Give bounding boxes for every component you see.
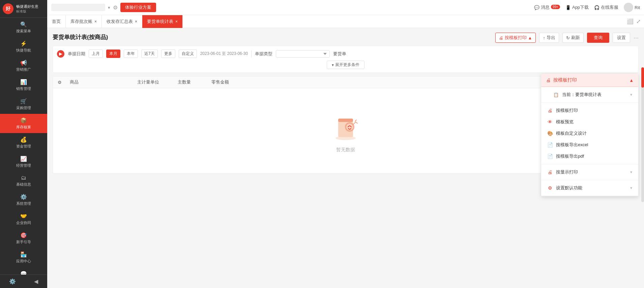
th-product: 商品 bbox=[66, 79, 134, 85]
wechat-icon: 💬 bbox=[20, 270, 27, 275]
order-type-select[interactable]: 要货单 bbox=[276, 50, 330, 58]
sidebar-footer: ⚙️ ◀ bbox=[0, 275, 47, 288]
dropdown-items-section: 🖨 按模板打印 👁 模板预览 🎨 模板自定义设计 📄 按模板导出excel 📄 bbox=[541, 103, 638, 164]
sidebar-item-sales[interactable]: 📊 销售管理 bbox=[0, 75, 47, 95]
guide-icon: 🎯 bbox=[20, 232, 27, 238]
date-more-btn[interactable]: 更多 bbox=[161, 50, 175, 58]
chevron-down-icon: ▾ bbox=[108, 5, 110, 10]
tab-maximize-icon[interactable]: ⬜ bbox=[627, 18, 634, 25]
sidebar-item-collab[interactable]: 🤝 企业协同 bbox=[0, 210, 47, 229]
quick-nav-icon: ⚡ bbox=[20, 40, 27, 47]
settings-footer-btn[interactable]: ⚙️ bbox=[9, 278, 16, 285]
collapse-footer-btn[interactable]: ◀ bbox=[34, 278, 38, 285]
sidebar-item-operation[interactable]: 📈 经营管理 bbox=[0, 152, 47, 171]
date-current-month-btn[interactable]: 本月 bbox=[106, 50, 120, 58]
table-settings-icon[interactable]: ⚙ bbox=[58, 80, 62, 85]
dropdown-template-print[interactable]: 🖨 按模板打印 bbox=[541, 105, 638, 116]
print-dropdown-menu: 🖨 按模板打印 ▲ 📋 当前：要货单统计表 ▾ 🖨 按模板打印 bbox=[541, 73, 639, 196]
current-chevron-icon: ▾ bbox=[630, 92, 632, 97]
topbar-right: 💬 消息 99+ 📱 App下载 🎧 在线客服 Rit bbox=[534, 3, 640, 12]
sidebar-item-marketing[interactable]: 📢 营销推广 bbox=[0, 56, 47, 75]
settings-button[interactable]: 设置 bbox=[613, 33, 630, 43]
refresh-button[interactable]: ↻ 刷新 bbox=[562, 33, 584, 43]
dropdown-template-design[interactable]: 🎨 模板自定义设计 bbox=[541, 128, 638, 139]
appstore-icon: 🏪 bbox=[20, 251, 27, 258]
sidebar-item-basic[interactable]: 🗂 基础信息 bbox=[0, 171, 47, 190]
print-icon: 🖨 bbox=[499, 35, 503, 40]
display-print-icon: 🖨 bbox=[547, 169, 553, 175]
tabs-right-controls: ⬜ ⤢ bbox=[623, 18, 644, 25]
tab-close-batch-ledger[interactable]: × bbox=[94, 19, 97, 24]
yaohuo-type-label: 要货单 bbox=[333, 51, 346, 57]
filter-expand-button[interactable]: ▶ bbox=[57, 50, 64, 58]
expand-more-button[interactable]: ▾ 展开更多条件 bbox=[327, 61, 364, 69]
dropdown-display-print[interactable]: 🖨 按显示打印 ▾ bbox=[541, 166, 638, 178]
messages-button[interactable]: 💬 消息 99+ bbox=[534, 4, 560, 10]
sales-icon: 📊 bbox=[20, 79, 27, 85]
tab-fullscreen-icon[interactable]: ⤢ bbox=[636, 18, 641, 25]
online-service-button[interactable]: 🎧 在线客服 bbox=[594, 4, 618, 10]
dropdown-current-item[interactable]: 📋 当前：要货单统计表 ▾ bbox=[541, 89, 638, 100]
print-template-button[interactable]: 🖨 按模板打印 ▲ bbox=[495, 33, 536, 43]
tab-home[interactable]: 首页 bbox=[47, 15, 66, 28]
dropdown-template-export-pdf[interactable]: 📄 按模板导出pdf bbox=[541, 151, 638, 162]
dropdown-title-area: 🖨 按模板打印 bbox=[546, 77, 577, 83]
sidebar-item-quick-nav[interactable]: ⚡ 快捷导航 bbox=[0, 37, 47, 56]
dropdown-current-section: 📋 当前：要货单统计表 ▾ bbox=[541, 87, 638, 103]
sidebar-item-system[interactable]: ⚙️ 系统管理 bbox=[0, 190, 47, 210]
collab-icon: 🤝 bbox=[20, 213, 27, 219]
system-icon: ⚙️ bbox=[20, 194, 27, 200]
dropdown-template-export-excel[interactable]: 📄 按模板导出excel bbox=[541, 139, 638, 151]
date-7days-btn[interactable]: 近7天 bbox=[141, 50, 158, 58]
trial-button[interactable]: 体验行业方案 bbox=[120, 3, 156, 12]
app-download-button[interactable]: 📱 App下载 bbox=[565, 4, 589, 10]
sidebar-item-wechat[interactable]: 💬 企业微信 bbox=[0, 267, 47, 275]
date-current-year-btn[interactable]: 本年 bbox=[124, 50, 138, 58]
expand-chevron-icon: ▾ bbox=[332, 63, 334, 67]
sidebar-item-finance[interactable]: 💰 资金管理 bbox=[0, 133, 47, 152]
th-settings[interactable]: ⚙ bbox=[53, 79, 66, 85]
sidebar-item-guide[interactable]: 🎯 新手引导 bbox=[0, 229, 47, 248]
dropdown-default-function[interactable]: ⚙ 设置默认功能 ▾ bbox=[541, 182, 638, 194]
tab-order-stats[interactable]: 要货单统计表 × bbox=[142, 15, 183, 28]
date-prev-month-btn[interactable]: 上月 bbox=[89, 50, 103, 58]
export-button[interactable]: ↑ 导出 bbox=[539, 33, 559, 43]
dropdown-display-print-section: 🖨 按显示打印 ▾ bbox=[541, 164, 638, 180]
dropdown-collapse-icon[interactable]: ▲ bbox=[629, 78, 634, 83]
sidebar-item-inventory[interactable]: 📦 库存核算 bbox=[0, 114, 47, 133]
more-options-icon[interactable]: ··· bbox=[634, 34, 639, 41]
empty-illustration bbox=[329, 108, 362, 142]
refresh-icon: ↻ bbox=[566, 35, 570, 40]
filter-row: ▶ 单据日期 上月 本月 本年 近7天 更多 自定义 2023-06-01 至 … bbox=[57, 50, 634, 58]
user-avatar-area[interactable]: Rit bbox=[624, 3, 640, 12]
print-chevron-up-icon: ▲ bbox=[528, 35, 532, 40]
tab-close-order-stats[interactable]: × bbox=[175, 19, 178, 24]
date-custom-btn[interactable]: 自定义 bbox=[179, 50, 197, 58]
page-content: 要货单统计表(按商品) ▶ 单据日期 上月 本月 本年 近7天 更多 自定义 2… bbox=[47, 28, 644, 288]
topbar-gear-icon[interactable]: ⚙ bbox=[113, 4, 118, 11]
th-quantity: 主数量 bbox=[174, 79, 208, 85]
th-retail-amount: 零售金额 bbox=[208, 79, 248, 85]
tab-close-receipt-summary[interactable]: × bbox=[135, 19, 137, 24]
message-icon: 💬 bbox=[534, 5, 539, 10]
finance-icon: 💰 bbox=[20, 136, 27, 143]
dropdown-print-icon: 🖨 bbox=[546, 77, 551, 83]
tab-receipt-summary[interactable]: 收发存汇总表 × bbox=[102, 15, 142, 28]
operation-icon: 📈 bbox=[20, 156, 27, 162]
tab-batch-ledger[interactable]: 库存批次账 × bbox=[66, 15, 102, 28]
svg-rect-2 bbox=[338, 119, 353, 122]
order-type-label: 单据类型 bbox=[255, 51, 272, 57]
sidebar-item-search-menu[interactable]: 🔍 搜索菜单 bbox=[0, 18, 47, 37]
sidebar-item-purchase[interactable]: 🛒 采购管理 bbox=[0, 95, 47, 114]
logo-text: 畅捷通好生意 标准版 bbox=[16, 4, 38, 13]
dropdown-header-controls: ▲ bbox=[629, 78, 634, 83]
logo-icon: 好 bbox=[3, 3, 13, 14]
topbar: ▾ ⚙ 体验行业方案 💬 消息 99+ 📱 App下载 🎧 在线客服 Rit bbox=[47, 0, 644, 15]
query-button[interactable]: 查询 bbox=[587, 33, 609, 43]
purchase-icon: 🛒 bbox=[20, 98, 27, 104]
search-input[interactable] bbox=[51, 4, 105, 11]
sidebar-item-appstore[interactable]: 🏪 应用中心 bbox=[0, 248, 47, 267]
sidebar-scroll: 🔍 搜索菜单 ⚡ 快捷导航 📢 营销推广 📊 销售管理 🛒 采购管理 📦 库存核… bbox=[0, 18, 47, 275]
dropdown-template-preview[interactable]: 👁 模板预览 bbox=[541, 116, 638, 128]
right-scrollbar[interactable] bbox=[641, 67, 644, 202]
